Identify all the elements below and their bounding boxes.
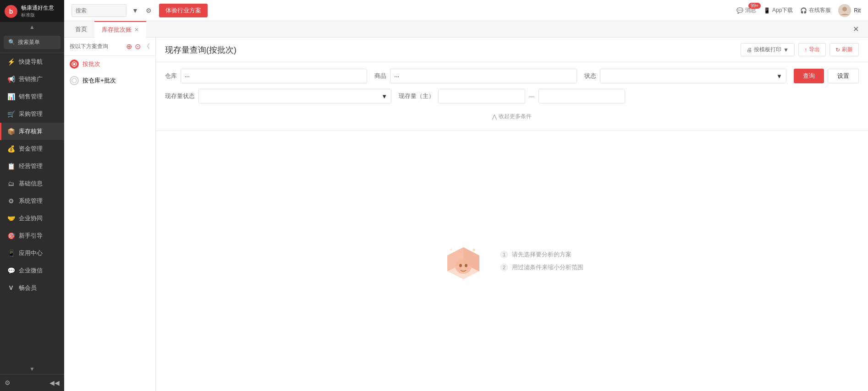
- quick-nav-icon: ⚡: [7, 58, 15, 66]
- gear-circle-icon: ⊙: [135, 42, 141, 51]
- sidebar-item-label: 资金管理: [19, 145, 43, 153]
- print-template-btn[interactable]: 🖨 按模板打印 ▼: [741, 43, 795, 56]
- topbar-dropdown-btn[interactable]: ▼: [130, 5, 140, 16]
- empty-state: ✦ ✦ 1 请先选择要分析的方案 2 用过滤条件来缩小分析范围: [156, 131, 868, 391]
- topbar-search-input[interactable]: [71, 4, 126, 17]
- empty-tip-1: 1 请先选择要分析的方案: [500, 250, 583, 259]
- user-menu-btn[interactable]: Rit: [838, 4, 861, 17]
- sidebar-item-label: 经营管理: [19, 162, 43, 170]
- tab-home-label: 首页: [75, 25, 87, 33]
- tip-text-1: 请先选择要分析的方案: [512, 250, 571, 259]
- scheme-settings-btn[interactable]: ⊙: [135, 42, 141, 51]
- scheme-by-batch[interactable]: 按批次: [64, 56, 155, 72]
- collapse-sidebar-btn[interactable]: ◀◀: [49, 379, 60, 386]
- enterprise-wechat-icon: 💬: [7, 266, 15, 275]
- messages-btn[interactable]: 💬 消息 99+: [736, 6, 756, 14]
- headset-icon: 🎧: [800, 7, 807, 14]
- scheme-by-batch-label: 按批次: [82, 60, 100, 68]
- topbar-settings-btn[interactable]: ⚙: [144, 5, 154, 16]
- purchase-icon: 🛒: [7, 110, 15, 118]
- left-panel-actions: ⊕ ⊙ 《: [126, 42, 150, 51]
- collapse-left-panel-btn[interactable]: 《: [143, 43, 150, 51]
- status-label: 状态: [584, 72, 596, 80]
- collapse-filters-btn[interactable]: ⋀ 收起更多条件: [165, 109, 859, 124]
- sidebar-item-app-center[interactable]: 📱 应用中心: [0, 244, 64, 262]
- sidebar-item-label: 销售管理: [19, 92, 43, 101]
- svg-text:✦: ✦: [472, 247, 476, 253]
- sidebar-item-label: 快捷导航: [19, 58, 43, 66]
- sidebar-item-label: 企业微信: [19, 266, 43, 275]
- status-field: 状态 ▼: [584, 69, 786, 83]
- print-dropdown-icon: ▼: [783, 47, 789, 53]
- svg-point-11: [457, 267, 461, 270]
- enterprise-icon: 🤝: [7, 214, 15, 223]
- sidebar-item-enterprise[interactable]: 🤝 企业协同: [0, 210, 64, 227]
- sidebar-footer: ⚙ ◀◀: [0, 374, 64, 391]
- sidebar-item-purchase[interactable]: 🛒 采购管理: [0, 105, 64, 123]
- members-icon: V: [7, 284, 15, 292]
- search-menu-button[interactable]: 🔍 搜索菜单: [4, 36, 60, 49]
- query-button[interactable]: 查询: [794, 69, 824, 83]
- scheme-inactive-icon: [70, 76, 79, 85]
- chevron-down-icon2: ▼: [381, 93, 387, 100]
- stock-qty-field: 现存量（主） —: [399, 89, 625, 103]
- export-btn[interactable]: ↑ 导出: [798, 43, 826, 56]
- warehouse-input[interactable]: ···: [181, 69, 367, 83]
- app-center-icon: 📱: [7, 249, 15, 257]
- tab-inventory-batch[interactable]: 库存批次账 ✕: [94, 21, 146, 38]
- warehouse-dots: ···: [185, 73, 190, 80]
- sidebar-item-inventory[interactable]: 📦 库存核算: [0, 123, 64, 140]
- sidebar-item-label: 新手引导: [19, 232, 43, 240]
- tip-number-2: 2: [500, 263, 508, 272]
- page-title: 现存量查询(按批次): [165, 44, 236, 55]
- online-service-btn[interactable]: 🎧 在线客服: [800, 6, 831, 14]
- sidebar-item-label: 基础信息: [19, 179, 43, 188]
- phone-icon: 📱: [764, 7, 770, 14]
- sidebar-item-system[interactable]: ⚙ 系统管理: [0, 192, 64, 210]
- stock-status-select[interactable]: ▼: [198, 89, 391, 103]
- sidebar-item-newbie[interactable]: 🎯 新手引导: [0, 227, 64, 244]
- sidebar-item-marketing[interactable]: 📢 营销推广: [0, 71, 64, 88]
- stock-status-label: 现存量状态: [165, 92, 195, 100]
- add-scheme-btn[interactable]: ⊕: [126, 42, 132, 51]
- left-panel-header: 按以下方案查询 ⊕ ⊙ 《: [64, 38, 155, 56]
- system-icon: ⚙: [7, 197, 15, 205]
- scheme-by-warehouse-batch[interactable]: 按仓库+批次: [64, 72, 155, 89]
- sidebar-item-members[interactable]: V 畅会员: [0, 279, 64, 297]
- tab-close-all-btn[interactable]: ✕: [847, 25, 864, 33]
- topbar-search-area: ▼ ⚙: [71, 4, 154, 17]
- operations-icon: 📋: [7, 162, 15, 170]
- scroll-down-btn[interactable]: ▼: [29, 366, 35, 372]
- empty-content: ✦ ✦ 1 请先选择要分析的方案 2 用过滤条件来缩小分析范围: [440, 238, 583, 284]
- print-label: 按模板打印: [754, 46, 781, 54]
- app-download-btn[interactable]: 📱 App下载: [764, 6, 793, 14]
- tab-close-btn[interactable]: ✕: [134, 27, 139, 33]
- sidebar-item-label: 采购管理: [19, 110, 43, 118]
- search-menu-label: 搜索菜单: [18, 38, 40, 46]
- sidebar-item-basic-info[interactable]: 🗂 基础信息: [0, 175, 64, 192]
- page-actions: 🖨 按模板打印 ▼ ↑ 导出 ↻ 刷新: [741, 43, 859, 56]
- export-icon: ↑: [804, 47, 807, 53]
- stock-qty-min-input[interactable]: [438, 89, 525, 103]
- stock-qty-max-input[interactable]: [538, 89, 626, 103]
- status-select[interactable]: ▼: [600, 69, 786, 83]
- product-input[interactable]: ···: [390, 69, 577, 83]
- sidebar-item-operations[interactable]: 📋 经营管理: [0, 157, 64, 175]
- experience-industry-btn[interactable]: 体验行业方案: [159, 4, 208, 17]
- app-logo: b: [5, 5, 17, 18]
- sidebar-item-finance[interactable]: 💰 资金管理: [0, 140, 64, 157]
- tab-inventory-batch-label: 库存批次账: [102, 26, 132, 34]
- tabs-bar: 首页 库存批次账 ✕ ✕: [64, 21, 868, 38]
- sidebar-item-enterprise-wechat[interactable]: 💬 企业微信: [0, 262, 64, 279]
- scroll-up-btn[interactable]: ▲: [29, 24, 35, 30]
- svg-point-4: [72, 78, 77, 83]
- app-download-label: App下载: [772, 6, 793, 14]
- refresh-btn[interactable]: ↻ 刷新: [830, 43, 859, 56]
- tab-home[interactable]: 首页: [68, 21, 94, 38]
- filter-area: 仓库 ··· 商品 ··· 状态: [156, 62, 868, 131]
- settings-button[interactable]: 设置: [828, 69, 859, 83]
- stock-qty-label: 现存量（主）: [399, 92, 434, 100]
- sidebar-item-sales[interactable]: 📊 销售管理: [0, 88, 64, 105]
- sidebar-item-quick-nav[interactable]: ⚡ 快捷导航: [0, 53, 64, 71]
- settings-gear-btn[interactable]: ⚙: [5, 379, 11, 386]
